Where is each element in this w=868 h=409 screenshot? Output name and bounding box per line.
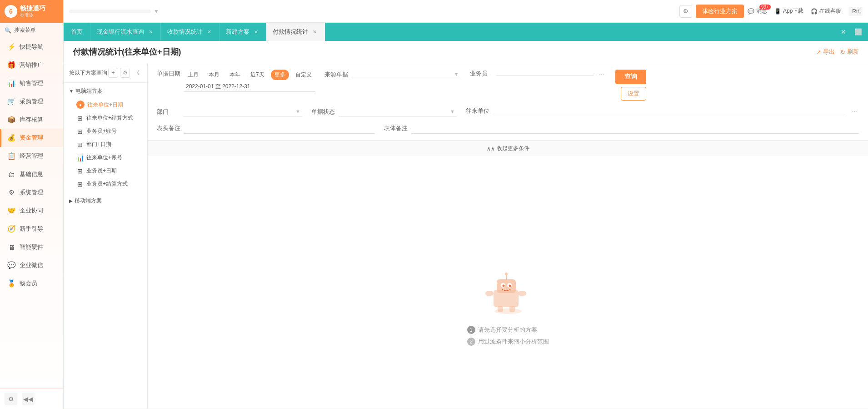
tab-bank-close[interactable]: ✕ [147, 28, 154, 35]
scheme-icon-5: ⊞ [76, 167, 84, 175]
date-chip-lastmonth[interactable]: 上月 [184, 70, 202, 80]
date-chip-thisyear[interactable]: 本年 [226, 70, 244, 80]
date-chip-custom[interactable]: 自定义 [292, 70, 315, 80]
tab-payment-close[interactable]: ✕ [311, 28, 318, 35]
collapse-sidebar-btn[interactable]: ◀◀ [22, 393, 35, 405]
scheme-item-0[interactable]: ● 往来单位+日期 [64, 98, 147, 111]
table-body-note-label: 表体备注 [384, 124, 408, 132]
scheme-panel-collapse-btn[interactable]: 《 [132, 68, 142, 78]
sidebar-item-system[interactable]: ⚙ 系统管理 [0, 183, 63, 202]
search-menu-item[interactable]: 🔍 搜索菜单 [0, 23, 63, 38]
tab-payment[interactable]: 付款情况统计 ✕ [266, 23, 325, 41]
svg-rect-10 [518, 291, 526, 296]
svg-point-5 [502, 285, 504, 287]
scheme-icon-4: 📊 [76, 154, 84, 162]
scheme-item-2[interactable]: ⊞ 业务员+账号 [64, 125, 147, 138]
message-badge: 99+ [759, 5, 771, 10]
sidebar-item-marketing[interactable]: 🎁 营销推广 [0, 56, 63, 74]
settings-bottom-btn[interactable]: ⚙ [5, 393, 17, 405]
business-label: 业务员 [470, 70, 493, 78]
marketing-icon: 🎁 [7, 61, 16, 70]
sidebar-item-hardware[interactable]: 🖥 智能硬件 [0, 238, 63, 256]
sidebar-logo: 6 畅捷通巧 标准版 [0, 0, 63, 23]
date-chip-7days[interactable]: 近7天 [247, 70, 268, 80]
collapse-more-btn[interactable]: ∧∧ 收起更多条件 [148, 141, 868, 156]
scheme-group-desktop-header[interactable]: ▼ 电脑端方案 [64, 85, 147, 98]
sidebar-item-guide[interactable]: 🧭 新手引导 [0, 220, 63, 238]
filter-row-3: 表头备注 表体备注 [157, 123, 859, 134]
date-range-display[interactable]: 2022-01-01 至 2022-12-31 [184, 82, 315, 92]
filter-setting-btn[interactable]: 设置 [621, 87, 646, 101]
tab-receipt[interactable]: 收款情况统计 ✕ [161, 23, 219, 41]
dept-select[interactable]: ▼ [183, 107, 302, 116]
scheme-group-desktop: ▼ 电脑端方案 ● 往来单位+日期 ⊞ 往来单位+结算方式 ⊞ [64, 83, 147, 192]
counterparty-select[interactable] [493, 109, 846, 113]
doc-status-select[interactable]: ▼ [339, 107, 457, 116]
guide-icon: 🧭 [7, 224, 16, 233]
close-all-tabs-btn[interactable]: ✕ [838, 26, 849, 37]
dept-label: 部门 [157, 108, 180, 116]
sidebar-item-membership[interactable]: 🏅 畅会员 [0, 274, 63, 293]
basic-info-icon: 🗂 [7, 170, 16, 179]
scheme-item-5[interactable]: ⊞ 业务员+日期 [64, 164, 147, 177]
date-chip-more[interactable]: 更多 [271, 70, 289, 80]
counterparty-ellipsis[interactable]: ··· [850, 107, 859, 115]
sidebar-item-purchase[interactable]: 🛒 采购管理 [0, 92, 63, 111]
app-download-btn[interactable]: 📱 App下载 [774, 7, 803, 15]
empty-state-tips: 1 请先选择要分析的方案 2 用过滤条件来缩小分析范围 [467, 324, 549, 348]
sidebar-item-inventory[interactable]: 📦 库存核算 [0, 111, 63, 129]
tabs-bar-actions: ✕ ⬜ [833, 23, 868, 41]
wechat-icon: 💬 [7, 261, 16, 270]
sidebar-item-quicknav[interactable]: ⚡ 快捷导航 [0, 38, 63, 56]
date-chip-thismonth[interactable]: 本月 [205, 70, 223, 80]
username-display[interactable]: Rit [848, 7, 863, 16]
scheme-item-6[interactable]: ⊞ 业务员+结算方式 [64, 177, 147, 191]
topbar-gear-btn[interactable]: ⚙ [679, 5, 692, 18]
maximize-btn[interactable]: ⬜ [853, 26, 863, 37]
export-icon: ↗ [816, 49, 821, 56]
tab-home[interactable]: 首页 [64, 23, 90, 41]
sidebar-item-operations[interactable]: 📋 经营管理 [0, 147, 63, 165]
export-btn[interactable]: ↗ 导出 [816, 48, 835, 56]
scheme-item-1[interactable]: ⊞ 往来单位+结算方式 [64, 111, 147, 125]
table-header-note-input[interactable] [184, 123, 375, 134]
tab-bank[interactable]: 现金银行流水查询 ✕ [90, 23, 161, 41]
active-scheme-icon: ● [76, 101, 85, 109]
tab-new-scheme-close[interactable]: ✕ [252, 28, 259, 35]
sales-icon: 📊 [7, 79, 16, 88]
sidebar-item-basic-info[interactable]: 🗂 基础信息 [0, 165, 63, 183]
tab-receipt-close[interactable]: ✕ [205, 28, 213, 35]
refresh-btn[interactable]: ↻ 刷新 [840, 48, 859, 56]
sidebar-item-sales[interactable]: 📊 销售管理 [0, 74, 63, 92]
scheme-settings-btn[interactable]: ⚙ [120, 68, 130, 78]
sidebar-nav: ⚡ 快捷导航 🎁 营销推广 📊 销售管理 🛒 采购管理 📦 库存核算 💰 资金管… [0, 38, 63, 389]
date-label: 单据日期 [157, 70, 180, 78]
source-select[interactable]: ▼ [352, 70, 461, 79]
quicknav-icon: ⚡ [7, 42, 16, 51]
scheme-item-3[interactable]: ⊞ 部门+日期 [64, 138, 147, 151]
finance-icon: 💰 [7, 133, 16, 142]
sidebar-item-wechat[interactable]: 💬 企业微信 [0, 256, 63, 274]
address-dropdown-icon[interactable]: ▼ [154, 8, 159, 15]
sidebar-item-finance[interactable]: 💰 资金管理 [0, 129, 63, 147]
scheme-item-4[interactable]: 📊 往来单位+账号 [64, 151, 147, 164]
scheme-group-mobile-header[interactable]: ▶ 移动端方案 [64, 194, 147, 207]
tab-new-scheme[interactable]: 新建方案 ✕ [219, 23, 266, 41]
table-body-note-input[interactable] [411, 123, 859, 134]
query-btn[interactable]: 查询 [615, 70, 646, 84]
business-select[interactable] [496, 72, 594, 76]
source-dropdown-icon: ▼ [454, 71, 459, 77]
svg-rect-12 [509, 306, 515, 312]
online-service-btn[interactable]: 🎧 在线客服 [811, 7, 841, 15]
trial-btn[interactable]: 体验行业方案 [696, 5, 744, 18]
filter-row-1: 单据日期 上月 本月 本年 近7天 更多 自定义 [157, 70, 859, 101]
logo-text-wrap: 畅捷通巧 标准版 [20, 5, 45, 19]
business-field: 业务员 ··· [470, 70, 606, 78]
messages-btn[interactable]: 💬 消息 99+ [748, 7, 767, 15]
sidebar-item-enterprise[interactable]: 🤝 企业协同 [0, 202, 63, 220]
scheme-group-mobile: ▶ 移动端方案 [64, 192, 147, 209]
add-scheme-btn[interactable]: + [108, 68, 118, 78]
business-ellipsis[interactable]: ··· [597, 70, 606, 77]
scheme-icon-3: ⊞ [76, 141, 84, 148]
dept-field: 部门 ▼ [157, 107, 302, 116]
